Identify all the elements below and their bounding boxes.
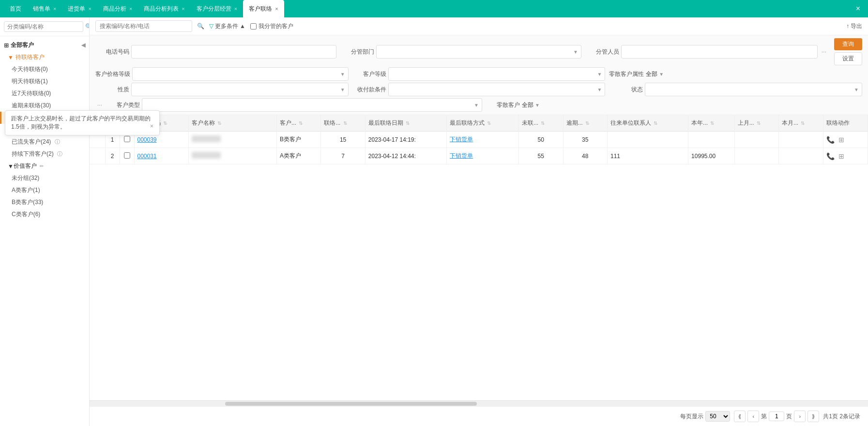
sidebar-pending-group[interactable]: ▼ 待联络客户 bbox=[0, 51, 89, 63]
close-all-tabs[interactable]: × bbox=[852, 4, 864, 13]
td-actions-1: 📞 ⊞ bbox=[823, 132, 868, 148]
sidebar-search-icon[interactable]: 🔍 bbox=[85, 23, 90, 30]
close-product-analysis-tab[interactable]: × bbox=[129, 6, 132, 12]
filter-retail-attr: 零散客户属性 全部 ▼ bbox=[609, 70, 862, 78]
nav-purchase[interactable]: 进货单 × bbox=[62, 0, 97, 17]
nav-product-analysis[interactable]: 商品分析 × bbox=[97, 0, 138, 17]
customer-type-select[interactable]: ▼ bbox=[142, 98, 482, 112]
method-link-2[interactable]: 下销货单 bbox=[450, 152, 473, 159]
th-contact[interactable]: 联络... ⇅ bbox=[321, 115, 365, 132]
scrollbar-thumb[interactable] bbox=[225, 402, 477, 406]
manager-dots[interactable]: ··· bbox=[822, 48, 826, 55]
td-type-1: B类客户 bbox=[276, 132, 320, 148]
phone-action-icon-1[interactable]: 📞 bbox=[826, 136, 835, 144]
th-customer-type[interactable]: 客户... ⇅ bbox=[276, 115, 320, 132]
nav-sales[interactable]: 销售单 × bbox=[27, 0, 62, 17]
price-grade-select[interactable]: ▼ bbox=[132, 67, 349, 81]
filter-row-4: ··· 客户类型 ▼ 零散客户 全部 ▼ bbox=[95, 98, 862, 112]
prev-page-button[interactable]: ‹ bbox=[747, 411, 759, 422]
sidebar-item-7days[interactable]: 近7天待联络(0) bbox=[0, 88, 89, 100]
manager-input[interactable] bbox=[621, 45, 818, 59]
nav-product-analysis-list[interactable]: 商品分析列表 × bbox=[138, 0, 190, 17]
chevron-down-icon: ▼ bbox=[573, 49, 578, 55]
filter-icon: ▽ bbox=[209, 23, 213, 29]
th-uncontacted[interactable]: 未联... ⇅ bbox=[519, 115, 563, 132]
collapse-icon: ◀ bbox=[81, 42, 85, 48]
sidebar-item-b-class[interactable]: B类客户(33) bbox=[0, 196, 89, 208]
close-sales-tab[interactable]: × bbox=[53, 6, 56, 12]
th-last-month[interactable]: 上月... ⇅ bbox=[734, 115, 778, 132]
grid-action-icon-1[interactable]: ⊞ bbox=[838, 136, 844, 144]
top-navigation: 首页 销售单 × 进货单 × 商品分析 × 商品分析列表 × 客户分层经营 × … bbox=[0, 0, 868, 17]
row-2-checkbox[interactable] bbox=[124, 152, 130, 159]
customer-grade-select[interactable]: ▼ bbox=[388, 67, 606, 81]
sidebar-item-a-class[interactable]: A类客户(1) bbox=[0, 184, 89, 196]
close-customer-contact-tab[interactable]: × bbox=[275, 6, 278, 12]
td-method-2[interactable]: 下销货单 bbox=[447, 148, 519, 164]
th-overdue[interactable]: 逾期... ⇅ bbox=[563, 115, 607, 132]
th-last-contact-date[interactable]: 最后联络日期 ⇅ bbox=[365, 115, 446, 132]
td-overdue-1: 35 bbox=[563, 132, 607, 148]
edit-icon[interactable]: ✏ bbox=[40, 163, 44, 169]
td-this-year-2: 10995.00 bbox=[688, 148, 735, 164]
sidebar-item-today[interactable]: 今天待联络(0) bbox=[0, 63, 89, 75]
tooltip-box: 距客户上次交易时长，超过了此客户的平均交易周期的1.5倍，则视为异常。 × bbox=[5, 110, 160, 135]
per-page-select[interactable]: 50 100 200 bbox=[705, 411, 730, 422]
th-this-month[interactable]: 本月... ⇅ bbox=[779, 115, 823, 132]
query-button[interactable]: 查询 bbox=[834, 38, 862, 50]
data-table: ⚙ 客户编码 ⇅ 客户名称 ⇅ bbox=[90, 115, 868, 164]
td-last-month-1 bbox=[734, 132, 778, 148]
sort-icon-code: ⇅ bbox=[163, 120, 167, 126]
nav-customer-segment[interactable]: 客户分层经营 × bbox=[191, 0, 243, 17]
payment-select[interactable]: ▼ bbox=[388, 83, 606, 96]
first-page-button[interactable]: ⟪ bbox=[734, 411, 746, 422]
settings-button[interactable]: 设置 bbox=[834, 52, 862, 65]
horizontal-scrollbar[interactable] bbox=[90, 400, 868, 406]
tooltip-close[interactable]: × bbox=[150, 123, 153, 130]
close-purchase-tab[interactable]: × bbox=[88, 6, 91, 12]
td-code-2[interactable]: 000031 bbox=[134, 148, 189, 164]
method-link-1[interactable]: 下销货单 bbox=[450, 136, 473, 143]
sidebar-search-input[interactable] bbox=[4, 21, 83, 32]
next-page-button[interactable]: › bbox=[794, 411, 806, 422]
gender-select[interactable]: ▼ bbox=[131, 83, 349, 96]
filter-manager: 分管人员 ··· bbox=[585, 45, 826, 59]
row-1-checkbox[interactable] bbox=[124, 136, 130, 142]
close-product-analysis-list-tab[interactable]: × bbox=[182, 6, 184, 12]
more-filters-button[interactable]: ▽ 更多条件 ▲ bbox=[209, 22, 245, 30]
sidebar-item-lost[interactable]: 已流失客户(24) ⓘ bbox=[0, 136, 89, 148]
filter-gender: 性质 ▼ bbox=[95, 83, 349, 96]
phone-action-icon-2[interactable]: 📞 bbox=[826, 152, 835, 160]
nav-customer-contact[interactable]: 客户联络 × bbox=[243, 0, 284, 17]
retail-attr-select[interactable]: 全部 ▼ bbox=[646, 70, 664, 78]
nav-home[interactable]: 首页 bbox=[4, 0, 27, 17]
page-number-input[interactable] bbox=[769, 411, 784, 421]
grid-action-icon-2[interactable]: ⊞ bbox=[838, 152, 844, 160]
sort-icon-name: ⇅ bbox=[217, 120, 221, 126]
th-name[interactable]: 客户名称 ⇅ bbox=[189, 115, 277, 132]
sidebar-item-c-class[interactable]: C类客户(6) bbox=[0, 208, 89, 220]
retail-customer-select[interactable]: 全部 ▼ bbox=[522, 101, 540, 109]
data-table-wrapper: ⚙ 客户编码 ⇅ 客户名称 ⇅ bbox=[90, 115, 868, 400]
th-last-contact-method[interactable]: 最后联络方式 ⇅ bbox=[447, 115, 519, 132]
th-this-year[interactable]: 本年... ⇅ bbox=[688, 115, 735, 132]
sidebar-all-customers[interactable]: ⊞ 全部客户 ◀ bbox=[0, 39, 89, 51]
th-unit-contact[interactable]: 往来单位联系人 ⇅ bbox=[607, 115, 688, 132]
action-icons-2: 📞 ⊞ bbox=[826, 152, 865, 160]
filter-more-dots[interactable]: ··· bbox=[97, 102, 102, 108]
close-customer-segment-tab[interactable]: × bbox=[234, 6, 237, 12]
status-select[interactable]: ▼ bbox=[645, 83, 862, 96]
dept-select[interactable]: ▼ bbox=[376, 45, 581, 59]
sidebar-item-ungrouped[interactable]: 未分组(32) bbox=[0, 172, 89, 184]
sidebar-item-declining[interactable]: 持续下滑客户(2) ⓘ bbox=[0, 148, 89, 160]
my-customers-checkbox-input[interactable] bbox=[250, 23, 257, 29]
td-method-1[interactable]: 下销货单 bbox=[447, 132, 519, 148]
search-button[interactable]: 🔍 bbox=[197, 23, 204, 29]
sidebar-item-tomorrow[interactable]: 明天待联络(1) bbox=[0, 75, 89, 88]
last-page-button[interactable]: ⟫ bbox=[807, 411, 819, 422]
search-input[interactable] bbox=[95, 20, 192, 32]
export-button[interactable]: ↑ 导出 bbox=[846, 22, 862, 30]
phone-input[interactable] bbox=[131, 45, 336, 59]
filter-dept: 分管部门 ▼ bbox=[340, 45, 581, 59]
sidebar-value-group[interactable]: ▼ 价值客户 ✏ bbox=[0, 160, 89, 172]
